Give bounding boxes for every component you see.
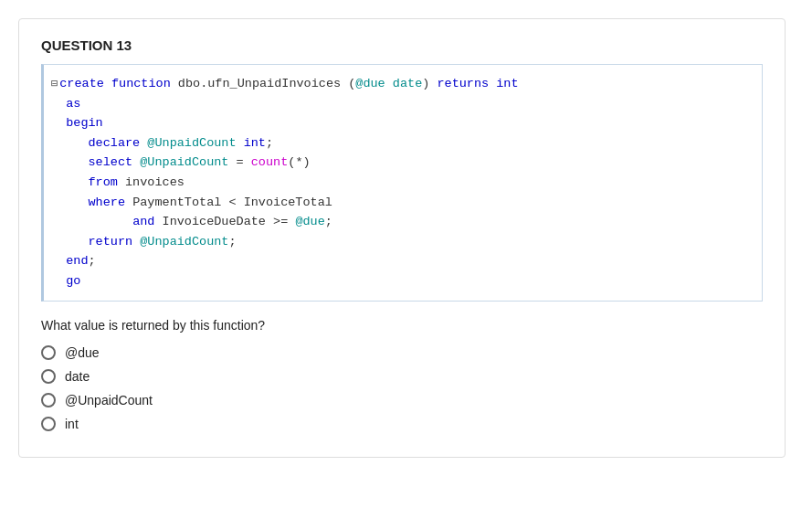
options-list: @due date @UnpaidCount int xyxy=(41,345,763,431)
keyword-returns: returns xyxy=(437,77,489,90)
radio-b[interactable] xyxy=(41,369,56,384)
option-d-label: int xyxy=(65,417,79,431)
keyword-declare: declare xyxy=(89,136,141,150)
keyword-from: from xyxy=(89,175,118,189)
keyword-as: as xyxy=(66,97,80,111)
keyword-create: create xyxy=(59,77,104,90)
code-block: ⊟create function dbo.ufn_UnpaidInvoices … xyxy=(41,64,763,302)
question-card: QUESTION 13 ⊟create function dbo.ufn_Unp… xyxy=(18,18,786,458)
var-unpaidcount-return: @UnpaidCount xyxy=(140,235,228,249)
type-int-decl: int xyxy=(244,136,266,150)
keyword-go: go xyxy=(66,274,80,288)
keyword-end: end xyxy=(66,254,88,268)
param-due-ref: @due xyxy=(295,215,324,228)
collapse-icon[interactable]: ⊟ xyxy=(51,78,58,90)
radio-a[interactable] xyxy=(41,345,56,360)
type-int-returns: int xyxy=(496,77,518,90)
func-count: count xyxy=(251,155,289,169)
keyword-and: and xyxy=(132,215,154,228)
option-b[interactable]: date xyxy=(41,369,763,384)
keyword-begin: begin xyxy=(66,116,103,130)
option-c[interactable]: @UnpaidCount xyxy=(41,393,763,407)
option-b-label: date xyxy=(65,369,90,384)
var-unpaidcount-sel: @UnpaidCount xyxy=(140,155,228,169)
type-date: date xyxy=(393,77,422,90)
option-a[interactable]: @due xyxy=(41,345,763,360)
option-d[interactable]: int xyxy=(41,417,763,431)
radio-c[interactable] xyxy=(41,393,56,407)
var-unpaidcount-decl: @UnpaidCount xyxy=(147,136,236,150)
radio-d[interactable] xyxy=(41,417,56,431)
param-due: @due xyxy=(355,77,385,90)
option-a-label: @due xyxy=(65,345,100,360)
question-prompt: What value is returned by this function? xyxy=(41,318,763,333)
keyword-where: where xyxy=(89,196,126,209)
option-c-label: @UnpaidCount xyxy=(65,393,153,407)
keyword-return: return xyxy=(89,235,133,249)
keyword-function: function xyxy=(111,77,171,90)
question-title: QUESTION 13 xyxy=(41,37,763,53)
keyword-select: select xyxy=(89,155,133,169)
